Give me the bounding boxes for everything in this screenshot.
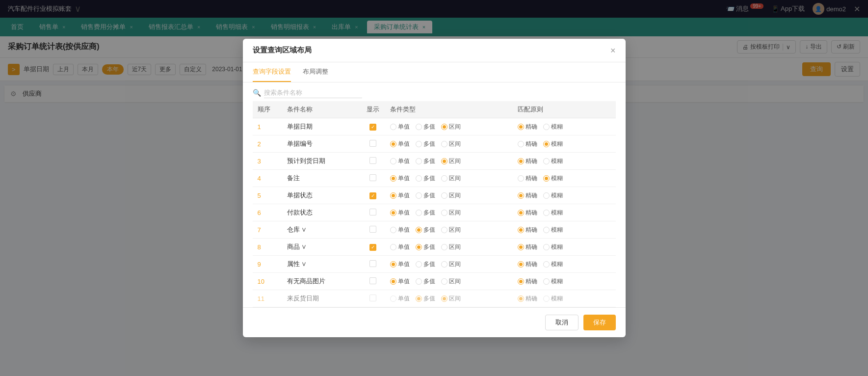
modal-header: 设置查询区域布局 × bbox=[243, 39, 626, 62]
modal-table-container: 顺序 条件名称 显示 条件类型 匹配原则 1 单据日期 bbox=[243, 101, 626, 107]
th-condition-type: 条件类型 bbox=[385, 101, 513, 107]
th-condition-name: 条件名称 bbox=[282, 101, 361, 107]
conditions-table: 顺序 条件名称 显示 条件类型 匹配原则 1 单据日期 bbox=[253, 101, 616, 107]
modal-overlay: 设置查询区域布局 × 查询字段设置 布局调整 🔍 顺序 条件名称 bbox=[0, 0, 868, 107]
th-order: 顺序 bbox=[253, 101, 282, 107]
modal-search-input[interactable] bbox=[264, 87, 362, 98]
settings-modal: 设置查询区域布局 × 查询字段设置 布局调整 🔍 顺序 条件名称 bbox=[243, 39, 626, 107]
th-display: 显示 bbox=[361, 101, 385, 107]
modal-title: 设置查询区域布局 bbox=[253, 46, 312, 55]
modal-close-btn[interactable]: × bbox=[610, 46, 616, 55]
th-match-rule: 匹配原则 bbox=[513, 101, 616, 107]
table-header-row: 顺序 条件名称 显示 条件类型 匹配原则 bbox=[253, 101, 616, 107]
modal-search-area: 🔍 bbox=[243, 82, 626, 101]
modal-tabs: 查询字段设置 布局调整 bbox=[243, 62, 626, 82]
modal-tab-query-fields[interactable]: 查询字段设置 bbox=[253, 62, 291, 82]
modal-tab-layout[interactable]: 布局调整 bbox=[303, 62, 328, 82]
modal-search-icon: 🔍 bbox=[253, 89, 261, 97]
